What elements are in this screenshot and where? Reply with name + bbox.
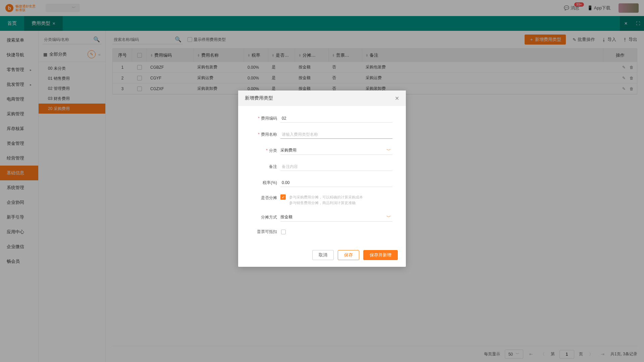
modal-overlay: 新增费用类型 ✕ 费用编码 费用名称 分类 采购费用 ﹀ 备注	[0, 0, 644, 362]
share-checkbox[interactable]: ✓	[280, 194, 286, 200]
method-select[interactable]: 按金额 ﹀	[280, 213, 392, 222]
label-category: 分类	[252, 148, 280, 154]
chevron-down-icon: ﹀	[386, 147, 391, 154]
deduct-checkbox[interactable]	[281, 230, 286, 234]
remark-input[interactable]	[280, 162, 392, 171]
add-fee-type-modal: 新增费用类型 ✕ 费用编码 费用名称 分类 采购费用 ﹀ 备注	[238, 90, 406, 267]
tax-input[interactable]	[280, 178, 392, 187]
label-code: 费用编码	[252, 116, 280, 121]
close-icon[interactable]: ✕	[395, 95, 399, 102]
label-method: 分摊方式	[252, 215, 280, 220]
label-remark: 备注	[252, 164, 280, 170]
cancel-button[interactable]: 取消	[312, 250, 334, 260]
share-hint: 参与采购费用分摊，可以精确的计算采购成本 参与销售费用分摊，商品利润计算更准确	[289, 194, 363, 205]
label-tax: 税率(%)	[252, 180, 280, 186]
name-input[interactable]	[280, 130, 392, 139]
label-share: 是否分摊	[252, 194, 280, 201]
label-deduct: 普票可抵扣	[252, 229, 280, 235]
chevron-down-icon: ﹀	[386, 214, 391, 220]
category-select[interactable]: 采购费用 ﹀	[280, 146, 392, 155]
code-input[interactable]	[280, 114, 392, 123]
modal-title: 新增费用类型	[245, 95, 273, 101]
save-and-add-button[interactable]: 保存并新增	[363, 250, 398, 260]
save-button[interactable]: 保存	[338, 250, 359, 260]
label-name: 费用名称	[252, 132, 280, 137]
